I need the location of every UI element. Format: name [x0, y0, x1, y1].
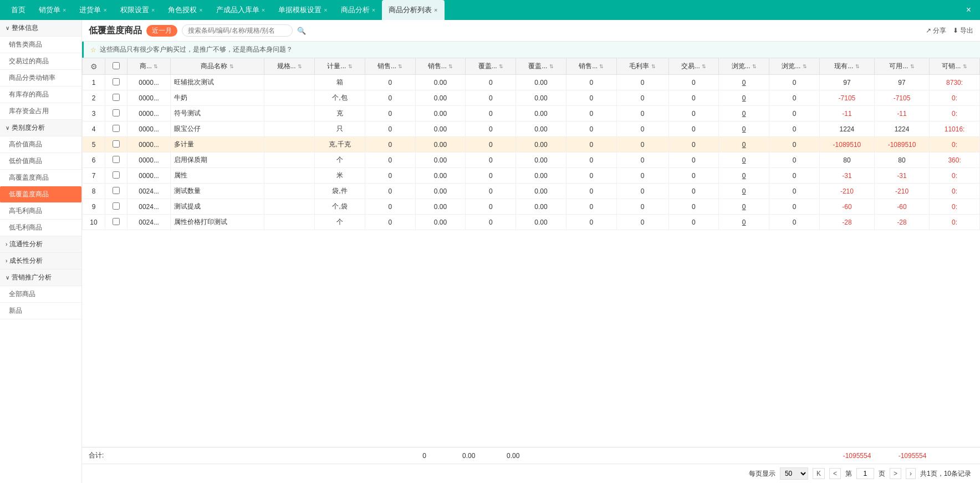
row-cell[interactable]	[105, 184, 127, 199]
row-checkbox[interactable]	[113, 109, 120, 116]
nav-roles-close[interactable]: ×	[199, 7, 202, 13]
col-trade[interactable]: 交易... ⇅	[668, 58, 719, 75]
sidebar-item-sales-goods[interactable]: 销售类商品	[0, 37, 81, 53]
row-checkbox[interactable]	[113, 140, 120, 148]
sidebar-item-new-goods[interactable]: 新品	[0, 303, 81, 319]
col-gross[interactable]: 毛利率 ⇅	[616, 58, 668, 75]
nav-analysis[interactable]: 商品分析 ×	[334, 0, 382, 20]
row-checkbox[interactable]	[113, 125, 120, 132]
col-cover2[interactable]: 覆盖... ⇅	[516, 58, 566, 75]
nav-products[interactable]: 产成品入库单 ×	[210, 0, 272, 20]
period-button[interactable]: 近一月	[146, 25, 177, 37]
col-name[interactable]: 商品名称 ⇅	[170, 58, 264, 75]
nav-roles[interactable]: 角色授权 ×	[161, 0, 209, 20]
sidebar-item-high-coverage[interactable]: 高覆盖度商品	[0, 170, 81, 186]
nav-products-label: 产成品入库单	[216, 5, 259, 15]
row-checkbox[interactable]	[113, 78, 120, 85]
col-settings[interactable]: ⚙	[83, 58, 105, 75]
header-actions: ↗ 分享 ⬇ 导出	[926, 26, 973, 35]
settings-icon[interactable]: ⚙	[90, 62, 98, 71]
page-size-select[interactable]: 50 100 200	[780, 467, 808, 480]
nav-analysis-close[interactable]: ×	[372, 7, 375, 13]
nav-sales[interactable]: 销货单 ×	[32, 0, 73, 20]
sidebar-item-low-margin[interactable]: 低毛利商品	[0, 220, 81, 236]
nav-analysis-list[interactable]: 商品分析列表 ×	[382, 0, 444, 20]
nav-templates-close[interactable]: ×	[324, 7, 327, 13]
col-sales3[interactable]: 销售... ⇅	[566, 58, 616, 75]
row-checkbox[interactable]	[113, 156, 120, 163]
nav-templates[interactable]: 单据模板设置 ×	[272, 0, 334, 20]
row-cell[interactable]	[105, 152, 127, 168]
col-unit[interactable]: 计量... ⇅	[315, 58, 365, 75]
first-page-button[interactable]: K	[813, 468, 825, 479]
sidebar-item-inventory-capital[interactable]: 库存资金占用	[0, 103, 81, 120]
col-sales2[interactable]: 销售... ⇅	[415, 58, 466, 75]
col-spec[interactable]: 规格... ⇅	[264, 58, 315, 75]
share-button[interactable]: ↗ 分享	[926, 26, 946, 35]
row-browse1[interactable]: 0	[719, 121, 769, 137]
col-code[interactable]: 商... ⇅	[127, 58, 170, 75]
sidebar-item-category-rate[interactable]: 商品分类动销率	[0, 70, 81, 87]
sidebar-item-high-margin[interactable]: 高毛利商品	[0, 203, 81, 220]
col-cover1[interactable]: 覆盖... ⇅	[466, 58, 516, 75]
row-browse1[interactable]: 0	[719, 199, 769, 215]
row-checkbox[interactable]	[113, 171, 120, 179]
row-cell[interactable]	[105, 215, 127, 230]
sidebar-section-growth[interactable]: › 成长性分析	[0, 253, 81, 270]
nav-analysis-list-label: 商品分析列表	[389, 5, 432, 15]
sidebar-item-stocked-goods[interactable]: 有库存的商品	[0, 87, 81, 103]
sidebar-item-all-goods[interactable]: 全部商品	[0, 286, 81, 303]
row-checkbox[interactable]	[113, 187, 120, 194]
row-cell[interactable]	[105, 199, 127, 215]
row-cell[interactable]	[105, 90, 127, 106]
select-all-checkbox[interactable]	[113, 62, 120, 69]
sidebar-section-liquidity[interactable]: › 流通性分析	[0, 236, 81, 253]
col-available[interactable]: 可用... ⇅	[874, 58, 929, 75]
row-browse1[interactable]: 0	[719, 184, 769, 199]
col-browse2[interactable]: 浏览... ⇅	[769, 58, 820, 75]
sidebar-section-overall[interactable]: ∨ 整体信息	[0, 20, 81, 37]
col-sales1[interactable]: 销售... ⇅	[365, 58, 415, 75]
last-page-button[interactable]: ›	[906, 468, 916, 479]
row-cell[interactable]	[105, 106, 127, 121]
row-browse1[interactable]: 0	[719, 168, 769, 184]
row-browse1[interactable]: 0	[719, 90, 769, 106]
sidebar-item-traded-goods[interactable]: 交易过的商品	[0, 53, 81, 70]
row-browse1[interactable]: 0	[719, 137, 769, 152]
row-cell[interactable]	[105, 75, 127, 90]
row-browse1[interactable]: 0	[719, 106, 769, 121]
nav-home[interactable]: 首页	[4, 0, 32, 20]
nav-permissions[interactable]: 权限设置 ×	[114, 0, 161, 20]
row-cell[interactable]	[105, 121, 127, 137]
row-browse1[interactable]: 0	[719, 75, 769, 90]
next-page-button[interactable]: >	[890, 468, 901, 479]
window-close-button[interactable]: ×	[962, 5, 976, 15]
sidebar-item-low-coverage[interactable]: 低覆盖度商品	[0, 186, 81, 203]
nav-permissions-close[interactable]: ×	[151, 7, 155, 13]
prev-page-button[interactable]: <	[829, 468, 841, 479]
col-sellable[interactable]: 可销... ⇅	[930, 58, 980, 75]
row-checkbox[interactable]	[113, 94, 120, 101]
col-current[interactable]: 现有... ⇅	[819, 58, 874, 75]
row-checkbox[interactable]	[113, 202, 120, 210]
nav-products-close[interactable]: ×	[262, 7, 265, 13]
sidebar-section-category[interactable]: ∨ 类别度分析	[0, 120, 81, 136]
current-page-input[interactable]	[856, 468, 874, 479]
nav-sales-close[interactable]: ×	[63, 7, 66, 13]
nav-purchase[interactable]: 进货单 ×	[73, 0, 113, 20]
search-icon[interactable]: 🔍	[297, 27, 306, 35]
col-checkbox-header[interactable]	[105, 58, 127, 75]
col-browse1[interactable]: 浏览... ⇅	[719, 58, 769, 75]
sidebar-section-marketing[interactable]: ∨ 营销推广分析	[0, 270, 81, 286]
row-checkbox[interactable]	[113, 218, 120, 225]
row-browse1[interactable]: 0	[719, 152, 769, 168]
row-cell[interactable]	[105, 168, 127, 184]
nav-purchase-close[interactable]: ×	[103, 7, 106, 13]
nav-analysis-list-close[interactable]: ×	[434, 7, 437, 13]
sidebar-item-high-value[interactable]: 高价值商品	[0, 136, 81, 153]
row-browse1[interactable]: 0	[719, 215, 769, 230]
sidebar-item-low-value[interactable]: 低价值商品	[0, 153, 81, 170]
row-cell[interactable]	[105, 137, 127, 152]
export-button[interactable]: ⬇ 导出	[953, 26, 973, 35]
search-input[interactable]	[182, 24, 293, 37]
